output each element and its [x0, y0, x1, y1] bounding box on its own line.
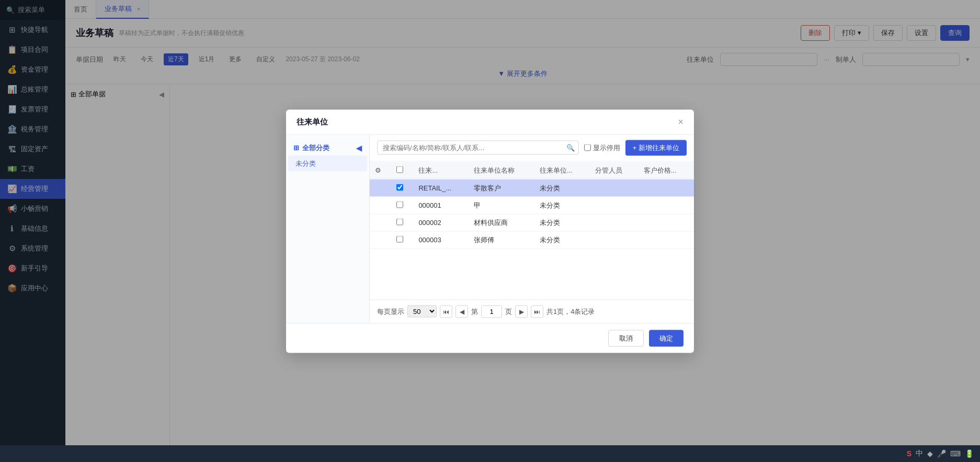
partner-search-input[interactable] — [377, 141, 579, 155]
category-header-label: 全部分类 — [302, 143, 329, 152]
modal-pagination: 每页显示 50 10 20 100 ⏮ ◀ 第 页 ▶ ⏭ 共1页，4条记录 — [370, 299, 694, 323]
row-checkbox[interactable] — [396, 235, 403, 242]
table-row[interactable]: 000002 材料供应商 未分类 — [370, 214, 694, 231]
show-disabled-wrap: 显示停用 — [584, 143, 620, 152]
cell-settings — [370, 179, 391, 197]
cell-settings — [370, 214, 391, 231]
cell-checkbox — [391, 231, 413, 249]
table-head: ⚙ 往来... 往来单位名称 往来单位... 分管人员 客户价格... — [370, 161, 694, 179]
cell-code: 000002 — [413, 214, 469, 231]
confirm-button[interactable]: 确定 — [649, 330, 683, 346]
th-checkbox — [391, 161, 413, 179]
modal-right-panel: 🔍 显示停用 + 新增往来单位 ⚙ 往来... 往来单位名称 — [370, 134, 694, 323]
sougou-icon[interactable]: S — [907, 449, 911, 458]
row-checkbox[interactable] — [396, 218, 403, 225]
partner-modal: 往来单位 × ⊞ 全部分类 ◀ 未分类 🔍 — [286, 109, 694, 353]
cell-code: 000003 — [413, 231, 469, 249]
cell-sales-person — [590, 179, 638, 197]
cell-category: 未分类 — [534, 214, 590, 231]
modal-footer: 取消 确定 — [286, 323, 694, 353]
per-page-label: 每页显示 — [377, 307, 404, 316]
table-row[interactable]: 000003 张师傅 未分类 — [370, 231, 694, 249]
modal-close-button[interactable]: × — [678, 117, 683, 127]
mic-icon[interactable]: 🎤 — [937, 449, 946, 458]
cell-checkbox — [391, 179, 413, 197]
cell-category: 未分类 — [534, 197, 590, 214]
cell-checkbox — [391, 197, 413, 214]
cell-name: 零散客户 — [469, 179, 534, 197]
cell-sales-person — [590, 197, 638, 214]
search-icon: 🔍 — [566, 144, 575, 152]
cell-price-level — [639, 179, 694, 197]
cancel-button[interactable]: 取消 — [608, 330, 644, 346]
cell-code: 000001 — [413, 197, 469, 214]
th-name: 往来单位名称 — [469, 161, 534, 179]
category-grid-icon: ⊞ — [293, 144, 299, 152]
partner-table: ⚙ 往来... 往来单位名称 往来单位... 分管人员 客户价格... — [370, 161, 694, 249]
th-sales-person: 分管人员 — [590, 161, 638, 179]
input-method-icon[interactable]: 中 — [916, 449, 923, 458]
cell-price-level — [639, 197, 694, 214]
cell-checkbox — [391, 214, 413, 231]
last-page-button[interactable]: ⏭ — [531, 305, 543, 318]
cell-settings — [370, 197, 391, 214]
cell-sales-person — [590, 231, 638, 249]
diamond-icon[interactable]: ◆ — [927, 449, 933, 458]
th-code: 往来... — [413, 161, 469, 179]
modal-left-panel: ⊞ 全部分类 ◀ 未分类 — [286, 134, 370, 323]
cell-sales-person — [590, 214, 638, 231]
page-input[interactable] — [481, 305, 502, 318]
modal-category-header: ⊞ 全部分类 ◀ — [286, 140, 369, 155]
modal-header: 往来单位 × — [286, 109, 694, 134]
cell-name: 甲 — [469, 197, 534, 214]
th-settings: ⚙ — [370, 161, 391, 179]
table-row[interactable]: RETAIL_... 零散客户 未分类 — [370, 179, 694, 197]
modal-search-bar: 🔍 显示停用 + 新增往来单位 — [370, 134, 694, 161]
cell-settings — [370, 231, 391, 249]
category-label: 未分类 — [295, 159, 316, 167]
keyboard-icon[interactable]: ⌨ — [950, 449, 961, 458]
add-partner-button[interactable]: + 新增往来单位 — [625, 140, 687, 155]
battery-icon: 🔋 — [965, 449, 974, 458]
left-panel-collapse-icon[interactable]: ◀ — [356, 143, 362, 152]
prev-page-button[interactable]: ◀ — [455, 305, 468, 318]
partner-table-scroll[interactable]: ⚙ 往来... 往来单位名称 往来单位... 分管人员 客户价格... — [370, 161, 694, 299]
bottom-taskbar: S 中 ◆ 🎤 ⌨ 🔋 — [0, 445, 980, 462]
total-records: 共1页，4条记录 — [546, 307, 595, 316]
row-checkbox[interactable] — [396, 201, 403, 208]
search-input-wrap: 🔍 — [377, 141, 579, 155]
modal-title: 往来单位 — [297, 117, 328, 127]
cell-price-level — [639, 214, 694, 231]
cell-name: 材料供应商 — [469, 214, 534, 231]
cell-code: RETAIL_... — [413, 179, 469, 197]
cell-name: 张师傅 — [469, 231, 534, 249]
cell-category: 未分类 — [534, 179, 590, 197]
th-price-level: 客户价格... — [639, 161, 694, 179]
cell-price-level — [639, 231, 694, 249]
th-category: 往来单位... — [534, 161, 590, 179]
modal-body: ⊞ 全部分类 ◀ 未分类 🔍 显示停用 + 新增往来单位 — [286, 134, 694, 323]
select-all-checkbox[interactable] — [396, 166, 403, 173]
table-row[interactable]: 000001 甲 未分类 — [370, 197, 694, 214]
table-header-row: ⚙ 往来... 往来单位名称 往来单位... 分管人员 客户价格... — [370, 161, 694, 179]
table-body: RETAIL_... 零散客户 未分类 000001 甲 未分类 — [370, 179, 694, 249]
first-page-button[interactable]: ⏮ — [440, 305, 452, 318]
show-disabled-checkbox[interactable] — [584, 144, 591, 151]
show-disabled-label: 显示停用 — [593, 143, 620, 152]
next-page-button[interactable]: ▶ — [515, 305, 528, 318]
page-no-label: 第 — [471, 307, 478, 316]
page-word: 页 — [505, 307, 512, 316]
cell-category: 未分类 — [534, 231, 590, 249]
modal-category-uncategorized[interactable]: 未分类 — [288, 155, 367, 171]
row-checkbox[interactable] — [396, 184, 403, 190]
per-page-select[interactable]: 50 10 20 100 — [407, 306, 437, 318]
